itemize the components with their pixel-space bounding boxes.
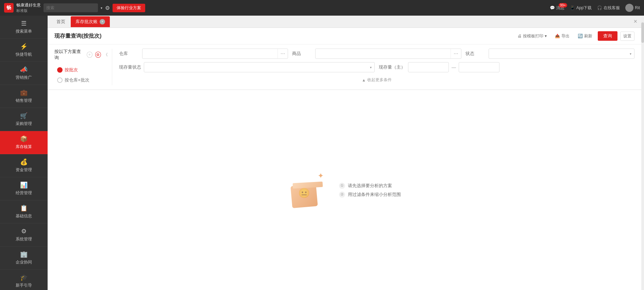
refresh-button[interactable]: 🔄 刷新 xyxy=(575,32,595,40)
main-layout: ☰ 搜索菜单 ⚡ 快捷导航 📣 营销推广 💼 销售管理 🛒 采购管理 📦 库存核… xyxy=(0,16,644,290)
filter-panel: 按以下方案查询 + ⚙ 《 按批次 按仓库+批次 xyxy=(48,44,641,89)
sidebar-item-search-menu[interactable]: ☰ 搜索菜单 xyxy=(0,16,48,39)
experience-button[interactable]: 体验行业方案 xyxy=(113,4,145,12)
refresh-icon: 🔄 xyxy=(578,34,583,38)
sidebar-label-marketing: 营销推广 xyxy=(16,75,32,80)
step-num-2: ② xyxy=(339,192,345,198)
inventory-status-select[interactable]: ▾ xyxy=(144,62,375,72)
search-menu-icon: ☰ xyxy=(21,20,27,27)
sidebar-label-quick-nav: 快捷导航 xyxy=(16,52,32,57)
tab-bar: 首页 库存批次账 × × xyxy=(48,16,641,28)
tab-close-button[interactable]: × xyxy=(100,19,105,24)
settings-button[interactable]: 设置 xyxy=(620,32,634,41)
page-header: 现存量查询(按批次) 🖨 按模板打印 ▾ 📤 导出 🔄 刷新 查询 设置 xyxy=(48,28,641,44)
product-input[interactable] xyxy=(316,51,451,56)
topbar-left: 畅 畅康通好生意 标准版 ▾ ⚙ 体验行业方案 xyxy=(4,2,145,13)
messages-button[interactable]: 💬 消息 99+ xyxy=(550,5,564,11)
quantity-main-to-input[interactable] xyxy=(459,62,499,72)
filter-settings-icon[interactable]: ⚙ xyxy=(95,52,101,58)
filter-option-warehouse-batch-label: 按仓库+批次 xyxy=(65,77,89,83)
sidebar-item-guide[interactable]: 🎓 新手引导 xyxy=(0,270,48,290)
filter-add-icon[interactable]: + xyxy=(87,52,92,58)
app-download-button[interactable]: 📱 App下载 xyxy=(570,5,592,11)
product-input-wrapper[interactable]: ··· xyxy=(315,49,461,59)
filter-main: 仓库 ··· 商品 ··· xyxy=(112,49,634,85)
message-icon: 💬 xyxy=(550,5,555,10)
filter-option-batch-label: 按批次 xyxy=(65,67,78,73)
export-button[interactable]: 📤 导出 xyxy=(552,32,572,40)
inventory-icon: 📦 xyxy=(20,135,28,143)
export-icon: 📤 xyxy=(555,34,560,38)
scrollbar[interactable] xyxy=(641,16,644,290)
enterprise-icon: 🏢 xyxy=(20,251,28,258)
sidebar-item-basic-info[interactable]: 📋 基础信息 xyxy=(0,200,48,223)
app-logo: 畅 xyxy=(4,3,14,13)
sidebar-item-finance[interactable]: 💰 资金管理 xyxy=(0,154,48,177)
page-title: 现存量查询(按批次) xyxy=(54,33,102,40)
tab-home-label: 首页 xyxy=(56,19,65,25)
empty-sparkle-icon: ✦ xyxy=(318,171,324,180)
topbar-gear-icon[interactable]: ⚙ xyxy=(105,5,110,11)
empty-box-face-icon: 😐 xyxy=(298,187,310,199)
tab-inventory-batch[interactable]: 库存批次账 × xyxy=(71,16,110,27)
print-chevron-icon: ▾ xyxy=(545,34,547,38)
step-num-1: ① xyxy=(339,183,345,189)
warehouse-dots-button[interactable]: ··· xyxy=(277,49,288,58)
sidebar-item-quick-nav[interactable]: ⚡ 快捷导航 xyxy=(0,39,48,62)
warehouse-input[interactable] xyxy=(142,51,277,56)
page-actions: 🖨 按模板打印 ▾ 📤 导出 🔄 刷新 查询 设置 xyxy=(515,31,634,41)
quick-nav-icon: ⚡ xyxy=(20,43,28,50)
topbar: 畅 畅康通好生意 标准版 ▾ ⚙ 体验行业方案 💬 消息 99+ 📱 App下载… xyxy=(0,0,644,16)
status-label: 状态 xyxy=(465,51,486,57)
sidebar-item-operations[interactable]: 📊 经营管理 xyxy=(0,177,48,200)
search-input[interactable] xyxy=(44,3,98,12)
content-close-icon[interactable]: × xyxy=(633,18,637,25)
inventory-status-label: 现存量状态 xyxy=(119,64,141,70)
collapse-up-icon: ▲ xyxy=(362,78,366,83)
empty-step-1: ① 请先选择要分析的方案 xyxy=(339,183,401,189)
empty-state: ✦ 😐 ① 请先选择要分析的方案 ② 用过滤条件来缩小分析范围 xyxy=(288,171,401,209)
collapse-button[interactable]: ▲ 收起更多条件 xyxy=(119,76,634,84)
quantity-main-label: 现存量（主） xyxy=(379,64,405,70)
sidebar-label-enterprise: 企业协同 xyxy=(16,259,32,265)
filter-option-warehouse-batch[interactable]: 按仓库+批次 xyxy=(54,75,108,85)
sidebar-item-purchase[interactable]: 🛒 采购管理 xyxy=(0,108,48,131)
sidebar: ☰ 搜索菜单 ⚡ 快捷导航 📣 营销推广 💼 销售管理 🛒 采购管理 📦 库存核… xyxy=(0,16,48,290)
content-area: 首页 库存批次账 × × 现存量查询(按批次) 🖨 按模板打印 ▾ 📤 xyxy=(48,16,641,290)
filter-collapse-icon[interactable]: 《 xyxy=(104,52,108,58)
operations-icon: 📊 xyxy=(20,181,28,189)
sidebar-item-sales[interactable]: 💼 销售管理 xyxy=(0,85,48,108)
sidebar-item-enterprise[interactable]: 🏢 企业协同 xyxy=(0,247,48,270)
print-button[interactable]: 🖨 按模板打印 ▾ xyxy=(515,32,549,40)
warehouse-input-wrapper[interactable]: ··· xyxy=(142,49,288,59)
tab-home[interactable]: 首页 xyxy=(52,16,70,27)
filter-field-quantity-main: 现存量（主） — xyxy=(379,62,634,72)
filter-field-status: 状态 ▾ xyxy=(465,49,634,59)
status-select[interactable]: ▾ xyxy=(489,49,634,59)
print-icon: 🖨 xyxy=(518,34,522,38)
filter-option-batch[interactable]: 按批次 xyxy=(54,65,108,75)
sidebar-label-basic-info: 基础信息 xyxy=(16,213,32,219)
sidebar-item-system[interactable]: ⚙ 系统管理 xyxy=(0,223,48,247)
sidebar-label-system: 系统管理 xyxy=(16,236,32,242)
sidebar-label-purchase: 采购管理 xyxy=(16,121,32,127)
filter-field-warehouse: 仓库 ··· xyxy=(119,49,288,59)
warehouse-label: 仓库 xyxy=(119,51,139,57)
filter-field-product: 商品 ··· xyxy=(292,49,461,59)
product-dots-button[interactable]: ··· xyxy=(451,49,461,58)
user-avatar[interactable]: Rit xyxy=(625,4,640,12)
sales-icon: 💼 xyxy=(20,89,28,96)
scroll-thumb[interactable] xyxy=(641,22,644,43)
query-button[interactable]: 查询 xyxy=(598,31,617,41)
sidebar-item-marketing[interactable]: 📣 营销推广 xyxy=(0,62,48,85)
sidebar-item-inventory[interactable]: 📦 库存核算 xyxy=(0,131,48,154)
phone-icon: 📱 xyxy=(570,5,575,10)
sidebar-label-search-menu: 搜索菜单 xyxy=(16,29,32,34)
search-chevron-icon[interactable]: ▾ xyxy=(101,6,102,10)
avatar xyxy=(625,4,633,12)
tab-inventory-batch-label: 库存批次账 xyxy=(75,19,98,25)
online-service-button[interactable]: 🎧 在线客服 xyxy=(597,5,620,11)
quantity-main-from-input[interactable] xyxy=(408,62,449,72)
filter-option-warehouse-batch-icon xyxy=(57,77,63,83)
topbar-right: 💬 消息 99+ 📱 App下载 🎧 在线客服 Rit xyxy=(550,4,640,12)
